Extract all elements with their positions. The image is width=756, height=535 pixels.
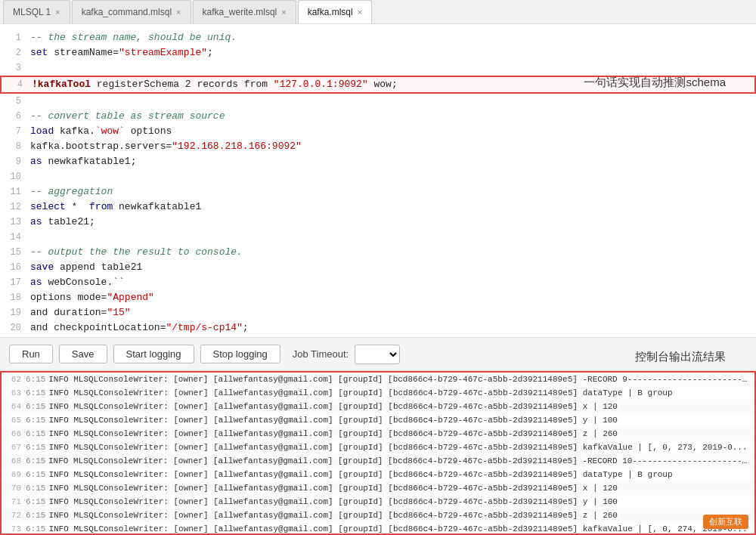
code-line-17: 17 as webConsole.`` <box>0 275 756 290</box>
code-line-18: 18 options mode="Append" <box>0 290 756 305</box>
code-line-20: 20 and checkpointLocation="/tmp/s-cp14"; <box>0 320 756 336</box>
code-line-2: 2 set streamName="streamExample"; <box>0 45 756 60</box>
console-line-63: 63 6:15 INFO MLSQLConsoleWriter: [owner]… <box>2 386 754 400</box>
code-line-21: 21 <box>0 336 756 338</box>
logo-badge: 创新互联 <box>703 515 748 529</box>
code-line-19: 19 and duration="15" <box>0 305 756 320</box>
code-line-11: 11 -- aggregation <box>0 184 756 199</box>
code-line-9: 9 as newkafkatable1; <box>0 154 756 169</box>
console-line-65: 65 6:15 INFO MLSQLConsoleWriter: [owner]… <box>2 413 754 427</box>
tab-kafka-command-label: kafka_command.mlsql <box>82 7 172 17</box>
code-line-13: 13 as table21; <box>0 215 756 230</box>
start-logging-button[interactable]: Start logging <box>113 345 194 363</box>
console-area[interactable]: 62 6:15 INFO MLSQLConsoleWriter: [owner]… <box>0 371 756 535</box>
code-line-5: 5 <box>0 94 756 109</box>
tab-mlsql1-close[interactable]: × <box>55 8 60 17</box>
tab-bar: MLSQL 1 × kafka_command.mlsql × kafka_we… <box>0 0 756 24</box>
code-line-14: 14 <box>0 230 756 245</box>
console-line-73: 73 6:15 INFO MLSQLConsoleWriter: [owner]… <box>2 522 754 535</box>
tab-kafka-write[interactable]: kafka_werite.mlsql × <box>193 0 296 23</box>
console-line-67: 67 6:15 INFO MLSQLConsoleWriter: [owner]… <box>2 441 754 454</box>
tab-mlsql1-label: MLSQL 1 <box>13 7 51 17</box>
tab-kafka-write-close[interactable]: × <box>281 8 286 17</box>
stop-logging-button[interactable]: Stop logging <box>200 345 280 363</box>
save-button[interactable]: Save <box>59 345 107 363</box>
job-timeout-label: Job Timeout: <box>293 348 349 360</box>
console-line-62: 62 6:15 INFO MLSQLConsoleWriter: [owner]… <box>2 373 754 386</box>
console-line-71: 71 6:15 INFO MLSQLConsoleWriter: [owner]… <box>2 495 754 509</box>
code-line-7: 7 load kafka.`wow` options <box>0 124 756 139</box>
console-line-69: 69 6:15 INFO MLSQLConsoleWriter: [owner]… <box>2 468 754 481</box>
code-line-15: 15 -- output the the result to console. <box>0 245 756 260</box>
console-line-64: 64 6:15 INFO MLSQLConsoleWriter: [owner]… <box>2 400 754 413</box>
tab-kafka-write-label: kafka_werite.mlsql <box>203 7 277 17</box>
code-line-6: 6 -- convert table as stream source <box>0 109 756 124</box>
console-line-68: 68 6:15 INFO MLSQLConsoleWriter: [owner]… <box>2 454 754 468</box>
code-line-12: 12 select * from newkafkatable1 <box>0 199 756 215</box>
console-wrapper: 控制台输出流结果 62 6:15 INFO MLSQLConsoleWriter… <box>0 371 756 535</box>
console-line-70: 70 6:15 INFO MLSQLConsoleWriter: [owner]… <box>2 481 754 495</box>
job-timeout-select[interactable] <box>355 345 400 364</box>
run-button[interactable]: Run <box>9 345 53 363</box>
tab-kafka-mlsql-close[interactable]: × <box>358 8 362 17</box>
console-line-66: 66 6:15 INFO MLSQLConsoleWriter: [owner]… <box>2 427 754 441</box>
code-line-1: 1 -- the stream name, should be uniq. <box>0 30 756 45</box>
editor-area: 一句话实现自动推测schema 1 -- the stream name, sh… <box>0 24 756 338</box>
tab-kafka-mlsql[interactable]: kafka.mlsql × <box>298 0 372 23</box>
code-line-16: 16 save append table21 <box>0 260 756 275</box>
console-annotation: 控制台输出流结果 <box>635 350 726 364</box>
tab-kafka-command[interactable]: kafka_command.mlsql × <box>72 0 191 23</box>
console-line-72: 72 6:15 INFO MLSQLConsoleWriter: [owner]… <box>2 509 754 522</box>
annotation1: 一句话实现自动推测schema <box>584 76 726 90</box>
tab-kafka-command-close[interactable]: × <box>176 8 181 17</box>
tab-mlsql1[interactable]: MLSQL 1 × <box>3 0 70 23</box>
code-line-10: 10 <box>0 169 756 184</box>
code-line-3: 3 <box>0 60 756 76</box>
code-line-8: 8 kafka.bootstrap.servers="192.168.218.1… <box>0 139 756 154</box>
tab-kafka-mlsql-label: kafka.mlsql <box>308 7 353 17</box>
